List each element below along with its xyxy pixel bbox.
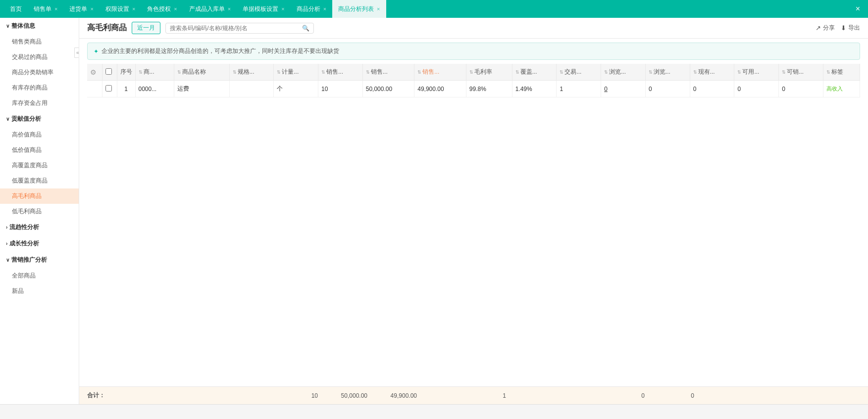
- group-marketing-arrow: ∨: [6, 257, 9, 263]
- share-icon: ↗: [816, 24, 821, 32]
- sort-grossmargin-icon: ⇅: [469, 70, 473, 75]
- sidebar-item-category-rate[interactable]: 商品分类助销率: [0, 65, 79, 80]
- tab-role-auth[interactable]: 角色授权 ×: [141, 0, 183, 18]
- row-code: 0000...: [135, 81, 174, 97]
- sidebar-collapse-button[interactable]: «: [74, 47, 79, 58]
- sidebar-item-new-goods[interactable]: 新品: [0, 283, 79, 299]
- close-tab-analysis-list[interactable]: ×: [377, 6, 380, 12]
- col-unit[interactable]: ⇅计量...: [274, 64, 318, 81]
- sort-browse2-icon: ⇅: [649, 70, 653, 75]
- content-header: 高毛利商品 近一月 🔍 ↗ 分享 ⬇ 导出: [79, 18, 868, 39]
- col-code[interactable]: ⇅商...: [135, 64, 174, 81]
- col-sales-qty[interactable]: ⇅销售...: [318, 64, 363, 81]
- sidebar-group-growth[interactable]: › 成长性分析: [0, 235, 79, 252]
- row-sales-qty: 10: [318, 81, 363, 97]
- close-tab-inbound[interactable]: ×: [228, 6, 231, 12]
- tab-product-analysis-list[interactable]: 商品分析列表 ×: [332, 0, 386, 18]
- sidebar-item-all-goods[interactable]: 全部商品: [0, 268, 79, 283]
- bottom-scrollbar[interactable]: [0, 404, 868, 410]
- col-browse1[interactable]: ⇅浏览...: [601, 64, 646, 81]
- sidebar-item-stock-capital[interactable]: 库存资金占用: [0, 95, 79, 111]
- search-icon[interactable]: 🔍: [302, 25, 309, 32]
- settings-icon[interactable]: ⚙: [90, 68, 97, 76]
- sidebar-group-marketing-items: 全部商品 新品: [0, 268, 79, 299]
- col-coverage[interactable]: ⇅覆盖...: [512, 64, 557, 81]
- top-navigation: 首页 销售单 × 进货单 × 权限设置 × 角色授权 × 产成品入库单 × 单据…: [0, 0, 868, 18]
- close-tab-purchase[interactable]: ×: [90, 6, 93, 12]
- export-button[interactable]: ⬇ 导出: [841, 24, 860, 32]
- sort-unit-icon: ⇅: [277, 70, 281, 75]
- select-all-checkbox[interactable]: [105, 68, 112, 75]
- col-current-stock[interactable]: ⇅现有...: [690, 64, 734, 81]
- sort-salesqty-icon: ⇅: [321, 70, 325, 75]
- tab-sales-order[interactable]: 销售单 ×: [28, 0, 63, 18]
- row-browse1[interactable]: 0: [601, 81, 646, 97]
- close-tab-analysis[interactable]: ×: [323, 6, 326, 12]
- tab-product-analysis[interactable]: 商品分析 ×: [291, 0, 332, 18]
- sidebar-item-low-coverage[interactable]: 低覆盖度商品: [0, 173, 79, 188]
- sidebar-item-low-value[interactable]: 低价值商品: [0, 142, 79, 158]
- footer-label: 合计：: [87, 391, 105, 400]
- sidebar-item-low-margin[interactable]: 低毛利商品: [0, 204, 79, 219]
- sort-name-icon: ⇅: [177, 70, 181, 75]
- row-sales-amt: 50,000.00: [362, 81, 414, 97]
- row-checkbox[interactable]: [102, 81, 117, 97]
- col-index: 序号: [117, 64, 135, 81]
- data-table: ⚙ 序号 ⇅商... ⇅商品名称 ⇅规格...: [87, 64, 860, 97]
- col-browse2[interactable]: ⇅浏览...: [645, 64, 690, 81]
- col-sales-profit[interactable]: ⇅销售...: [414, 64, 466, 81]
- col-settings[interactable]: ⚙: [87, 64, 102, 81]
- sort-availablestock-icon: ⇅: [737, 70, 741, 75]
- col-available-stock[interactable]: ⇅可用...: [734, 64, 779, 81]
- sidebar-item-sales-goods[interactable]: 销售类商品: [0, 34, 79, 49]
- sort-coverage-icon: ⇅: [515, 70, 519, 75]
- sort-transaction-icon: ⇅: [560, 70, 563, 75]
- col-tag[interactable]: ⇅标签: [823, 64, 860, 81]
- sidebar-group-contribution[interactable]: ∨ 贡献值分析: [0, 111, 79, 127]
- sidebar-item-high-value[interactable]: 高价值商品: [0, 127, 79, 142]
- tab-permission-settings[interactable]: 权限设置 ×: [100, 0, 141, 18]
- sort-browse1-icon: ⇅: [604, 70, 608, 75]
- group-trend-arrow: ›: [6, 225, 7, 230]
- close-tab-template[interactable]: ×: [281, 6, 284, 12]
- close-tab-role[interactable]: ×: [174, 6, 177, 12]
- col-name[interactable]: ⇅商品名称: [174, 64, 229, 81]
- sort-salablestock-icon: ⇅: [782, 70, 786, 75]
- col-salable-stock[interactable]: ⇅可销...: [779, 64, 823, 81]
- row-tag: 高收入: [823, 81, 860, 97]
- col-gross-margin[interactable]: ⇅毛利率: [466, 64, 512, 81]
- tab-template-settings[interactable]: 单据模板设置 ×: [237, 0, 290, 18]
- close-tab-permission[interactable]: ×: [132, 6, 135, 12]
- search-input[interactable]: [170, 25, 302, 32]
- group-overall-arrow: ∨: [6, 23, 9, 29]
- filter-recent-month-button[interactable]: 近一月: [132, 22, 160, 34]
- sidebar-group-marketing[interactable]: ∨ 营销推广分析: [0, 252, 79, 268]
- sidebar-group-overall[interactable]: ∨ 整体信息: [0, 18, 79, 34]
- sidebar-item-stock-goods[interactable]: 有库存的商品: [0, 80, 79, 95]
- row-unit: 个: [274, 81, 318, 97]
- sidebar-item-traded-goods[interactable]: 交易过的商品: [0, 49, 79, 65]
- row-gross-margin: 99.8%: [466, 81, 512, 97]
- info-banner: ✦ 企业的主要的利润都是这部分商品创造的，可考虑加大推广，同时关注库存是不要出现…: [87, 43, 860, 60]
- sort-code-icon: ⇅: [139, 70, 143, 75]
- footer-bar: 合计： 10 50,000.00 49,900.00 1 0 0: [79, 386, 868, 404]
- col-sales-amt[interactable]: ⇅销售...: [362, 64, 414, 81]
- main-layout: ∨ 整体信息 销售类商品 交易过的商品 商品分类助销率 有库存的商品 库存资金占…: [0, 18, 868, 404]
- tab-product-inbound[interactable]: 产成品入库单 ×: [183, 0, 237, 18]
- close-all-tabs[interactable]: ×: [852, 2, 864, 15]
- tab-home[interactable]: 首页: [4, 0, 28, 18]
- tab-purchase-order[interactable]: 进货单 ×: [63, 0, 99, 18]
- col-spec[interactable]: ⇅规格...: [229, 64, 274, 81]
- sidebar-item-high-coverage[interactable]: 高覆盖度商品: [0, 158, 79, 173]
- sort-currentstock-icon: ⇅: [693, 70, 697, 75]
- group-growth-arrow: ›: [6, 241, 7, 246]
- share-button[interactable]: ↗ 分享: [816, 24, 835, 32]
- search-box: 🔍: [165, 23, 314, 34]
- sidebar-group-trend[interactable]: › 流趋性分析: [0, 219, 79, 235]
- group-contribution-arrow: ∨: [6, 116, 9, 122]
- col-transaction[interactable]: ⇅交易...: [557, 64, 601, 81]
- sidebar-item-high-margin[interactable]: 高毛利商品: [0, 188, 79, 204]
- row-browse2: 0: [645, 81, 690, 97]
- close-tab-sales-order[interactable]: ×: [54, 6, 57, 12]
- row-settings: [87, 81, 102, 97]
